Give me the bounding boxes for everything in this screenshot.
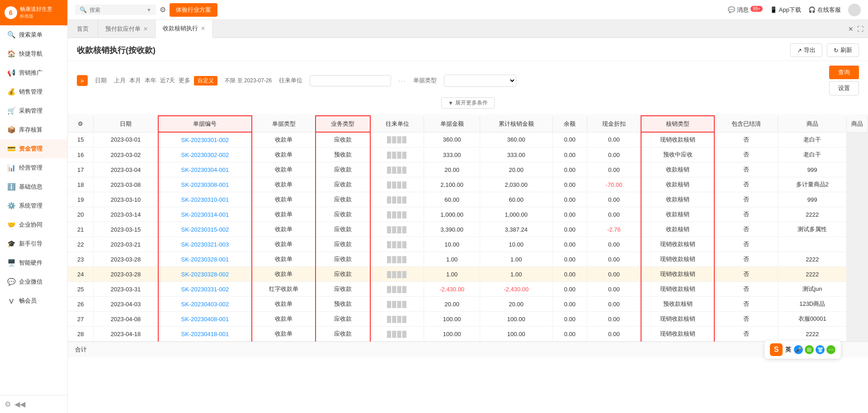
cell-discount: 0.00	[587, 147, 641, 162]
online-service-item[interactable]: 🎧 在线客服	[808, 6, 841, 14]
cell-doc-no[interactable]: SK-20230315-002	[158, 222, 252, 237]
expand-more-button[interactable]: ▼ 展开更多条件	[441, 97, 495, 109]
partner-filter-input[interactable]	[310, 75, 391, 86]
sidebar-item-basic-label: 基础信息	[19, 183, 42, 191]
date-custom-button[interactable]: 自定义	[194, 76, 217, 85]
cell-biz-type: 应收款	[316, 252, 370, 267]
cell-balance: 0.00	[552, 297, 587, 312]
home-icon: 🏠	[7, 50, 15, 58]
cell-doc-no[interactable]: SK-20230301-002	[158, 132, 252, 147]
cell-date: 2023-03-15	[94, 222, 158, 237]
mic-icon[interactable]: 🎤	[794, 345, 803, 354]
tab-prepay[interactable]: 预付款应付单 ✕	[98, 20, 156, 38]
cell-amount: 360.00	[424, 132, 480, 147]
cell-doc-no[interactable]: SK-20230418-001	[158, 327, 252, 342]
topbar-right: 💬 消息 99+ 📱 App下载 🎧 在线客服	[728, 4, 861, 16]
sidebar-item-hardware-label: 智能硬件	[19, 259, 42, 267]
sidebar-item-corp[interactable]: 🤝 企业协同	[0, 215, 67, 234]
sidebar-item-operation[interactable]: 📊 经营管理	[0, 158, 67, 177]
app-download-item[interactable]: 📱 App下载	[770, 6, 801, 14]
cell-cancel-type: 现销收款核销	[641, 237, 714, 252]
cell-discount: 0.00	[587, 192, 641, 207]
sidebar-item-basic[interactable]: ℹ️ 基础信息	[0, 177, 67, 196]
cell-doc-no[interactable]: SK-20230328-001	[158, 252, 252, 267]
cell-doc-no[interactable]: SK-20230331-002	[158, 282, 252, 297]
cell-doc-no[interactable]: SK-20230304-001	[158, 162, 252, 177]
tab-close-all-icon[interactable]: ✕	[848, 25, 854, 33]
date-last-month-link[interactable]: 上月	[114, 76, 126, 85]
sidebar-item-finance[interactable]: 💳 资金管理	[0, 139, 67, 158]
settings-bottom-icon[interactable]: ⚙	[5, 400, 11, 408]
cell-biz-type: 预收款	[316, 297, 370, 312]
sidebar-item-inventory[interactable]: 📦 库存核算	[0, 120, 67, 139]
sidebar-item-guide[interactable]: 🎓 新手引导	[0, 234, 67, 253]
collapse-icon[interactable]: ◀◀	[14, 400, 25, 408]
export-button[interactable]: ↗ 导出	[790, 43, 822, 57]
sidebar-item-wechat[interactable]: 💬 企业微信	[0, 272, 67, 291]
cell-discount: 0.00	[587, 327, 641, 342]
cell-balance: 0.00	[552, 327, 587, 342]
cell-doc-no[interactable]: SK-20230408-001	[158, 312, 252, 327]
tab-collection[interactable]: 收款核销执行 ✕	[156, 20, 213, 38]
table-container[interactable]: ⚙ 日期 单据编号 单据类型 业务类型 往来单位 单据金额 累计核销金额 余额 …	[68, 115, 868, 413]
cell-doc-no[interactable]: SK-20230310-001	[158, 192, 252, 207]
sidebar-item-member[interactable]: V 畅会员	[0, 291, 67, 310]
filter-ellipsis[interactable]: ···	[398, 77, 406, 84]
message-label: 消息	[737, 6, 749, 14]
cell-doc-no[interactable]: SK-20230321-003	[158, 237, 252, 252]
col-settings[interactable]: ⚙	[68, 116, 94, 132]
message-item[interactable]: 💬 消息 99+	[728, 6, 763, 14]
cell-doc-no[interactable]: SK-20230328-002	[158, 267, 252, 282]
cell-partner: ████	[370, 252, 424, 267]
cell-doc-no[interactable]: SK-20230314-001	[158, 207, 252, 222]
tab-collection-close-icon[interactable]: ✕	[201, 25, 205, 32]
cell-doc-no[interactable]: SK-20230403-002	[158, 297, 252, 312]
cell-discount: 0.00	[587, 267, 641, 282]
cell-settled: 否	[714, 237, 778, 252]
topbar-search-input[interactable]	[90, 7, 144, 13]
query-button[interactable]: 查询	[829, 66, 859, 79]
tabbar-controls: ✕ ⛶	[844, 20, 868, 38]
sidebar-item-system[interactable]: ⚙️ 系统管理	[0, 196, 67, 215]
sidebar-item-search[interactable]: 🔍 搜索菜单	[0, 25, 67, 44]
sidebar-item-hardware[interactable]: 🖥️ 智能硬件	[0, 253, 67, 272]
cell-doc-no[interactable]: SK-20230302-002	[158, 147, 252, 162]
topbar-gear-icon[interactable]: ⚙	[160, 5, 166, 14]
sidebar-item-marketing[interactable]: 📢 营销推广	[0, 63, 67, 82]
tab-prepay-close-icon[interactable]: ✕	[143, 26, 148, 32]
user-avatar[interactable]	[848, 4, 861, 16]
more-icon[interactable]: ⋯	[826, 345, 835, 354]
date-this-month-link[interactable]: 本月	[129, 76, 141, 85]
sidebar-item-quicknav[interactable]: 🏠 快捷导航	[0, 44, 67, 63]
col-goods: 商品	[778, 116, 847, 132]
doc-type-filter-select[interactable]	[444, 75, 516, 87]
cell-balance: 0.00	[552, 222, 587, 237]
filter-settings-button[interactable]: 设置	[829, 81, 859, 95]
cell-goods2	[847, 177, 868, 192]
sidebar-item-purchase[interactable]: 🛒 采购管理	[0, 101, 67, 120]
tab-home[interactable]: 首页	[68, 20, 98, 38]
cell-biz-type: 应收款	[316, 162, 370, 177]
grid-icon[interactable]: ⊞	[805, 345, 814, 354]
refresh-button[interactable]: ↻ 刷新	[827, 43, 859, 57]
marketing-icon: 📢	[7, 69, 15, 77]
sidebar-item-sales[interactable]: 💰 销售管理	[0, 82, 67, 101]
cell-no: 28	[68, 327, 94, 342]
date-7days-link[interactable]: 近7天	[160, 76, 175, 85]
cell-cancel-amount: 2,030.00	[480, 177, 552, 192]
sidebar-item-marketing-label: 营销推广	[19, 69, 42, 77]
cell-balance: 0.00	[552, 207, 587, 222]
shirt-icon[interactable]: 👕	[816, 345, 825, 354]
cell-doc-no[interactable]: SK-20230308-001	[158, 177, 252, 192]
floating-text: 英	[785, 346, 791, 354]
date-more-link[interactable]: 更多	[179, 76, 190, 85]
table-row: 262023-04-03SK-20230403-002收款单预收款████20.…	[68, 297, 868, 312]
cell-cancel-amount: -2,430.00	[480, 282, 552, 297]
table-row: 192023-03-10SK-20230310-001收款单应收款████60.…	[68, 192, 868, 207]
filter-expand-button[interactable]: »	[77, 75, 88, 86]
date-this-year-link[interactable]: 本年	[145, 76, 156, 85]
topbar-search-box[interactable]: 🔍 ▼	[75, 5, 156, 15]
tab-maximize-icon[interactable]: ⛶	[857, 25, 863, 33]
industry-solution-button[interactable]: 体验行业方案	[170, 3, 217, 17]
cell-goods: 2222	[778, 327, 847, 342]
